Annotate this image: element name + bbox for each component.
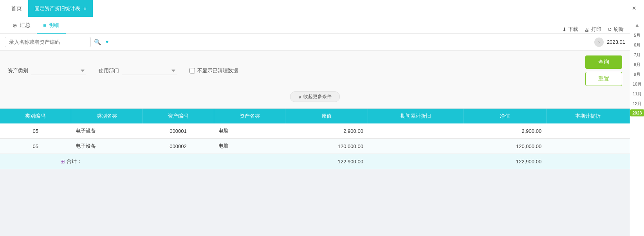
filter-panel: 资产类别 使用部门 不显示已清理数据 查询 重置 ∧ — [0, 51, 630, 109]
filter-icon: ▼ — [105, 39, 110, 45]
query-button[interactable]: 查询 — [585, 55, 622, 69]
total-label: 合计： — [67, 158, 82, 165]
collapse-bar: ∧ 收起更多条件 — [8, 89, 622, 104]
action-buttons: 查询 重置 — [585, 55, 622, 86]
total-icon: ⊞ — [60, 158, 65, 164]
total-net-value: 122,900.00 — [464, 154, 546, 169]
total-icon-cell: ⊞合计： — [0, 154, 143, 169]
nav-tab-fixed-assets[interactable]: 固定资产折旧统计表 × — [28, 0, 93, 17]
right-sidebar: ▲ 5月6月7月8月9月10月11月12月 2023 — [630, 17, 644, 236]
sidebar-month-item[interactable]: 11月 — [632, 89, 642, 99]
cell-category-name: 电子设备 — [71, 139, 142, 154]
date-label: 2023.01 — [607, 39, 625, 45]
asset-category-select[interactable] — [31, 66, 86, 75]
download-button[interactable]: ⬇ 下载 — [562, 26, 578, 33]
cell-asset-code: 000002 — [143, 139, 214, 154]
sidebar-year-badge: 2023 — [630, 109, 644, 116]
download-label: 下载 — [568, 26, 578, 33]
tab-summary-label: 汇总 — [20, 22, 31, 29]
col-net-value: 净值 — [464, 109, 546, 123]
data-table: 类别编码 类别名称 资产编码 资产名称 原值 期初累计折旧 净值 本期计提折 0… — [0, 109, 630, 169]
search-icon[interactable]: 🔍 — [94, 39, 101, 46]
col-category-name: 类别名称 — [71, 109, 142, 123]
cell-category-code: 05 — [0, 139, 71, 154]
summary-icon: ⊕ — [13, 22, 17, 29]
col-asset-code: 资产编码 — [143, 109, 214, 123]
cell-period-accumulated-depreciation — [368, 123, 464, 139]
nav-tab-close-icon[interactable]: × — [83, 5, 87, 12]
nav-bar: 首页 固定资产折旧统计表 × × — [0, 0, 644, 17]
sidebar-nav-up[interactable]: ▲ — [633, 20, 642, 30]
window-close-button[interactable]: × — [629, 4, 639, 13]
cell-net-value: 2,900.00 — [464, 123, 546, 139]
no-cleared-group: 不显示已清理数据 — [189, 67, 238, 74]
reset-button[interactable]: 重置 — [585, 72, 622, 86]
sidebar-month-item[interactable]: 12月 — [632, 99, 642, 109]
total-current-period-depreciation — [546, 154, 630, 169]
sidebar-month-item[interactable]: 10月 — [632, 79, 642, 89]
department-group: 使用部门 — [99, 66, 177, 75]
sidebar-month-item[interactable]: 6月 — [632, 40, 642, 50]
sidebar-months: 5月6月7月8月9月10月11月12月 — [632, 30, 642, 109]
no-cleared-checkbox[interactable] — [189, 68, 195, 73]
no-cleared-label: 不显示已清理数据 — [197, 67, 238, 74]
sidebar-month-item[interactable]: 8月 — [632, 60, 642, 70]
col-period-accumulated-depreciation: 期初累计折旧 — [368, 109, 464, 123]
cell-asset-code: 000001 — [143, 123, 214, 139]
refresh-label: 刷新 — [613, 26, 624, 33]
cell-category-name: 电子设备 — [71, 123, 142, 139]
print-button[interactable]: 🖨 打印 — [584, 26, 601, 33]
cell-current-period-depreciation — [546, 139, 630, 154]
sidebar-month-item[interactable]: 9月 — [632, 70, 642, 79]
sub-tab-row: ⊕ 汇总 ≡ 明细 ⬇ 下载 🖨 打印 ↺ 刷新 — [0, 17, 630, 34]
department-select[interactable] — [122, 66, 177, 75]
collapse-button[interactable]: ∧ 收起更多条件 — [290, 91, 340, 102]
asset-category-label: 资产类别 — [8, 67, 28, 74]
nav-tab-label: 固定资产折旧统计表 — [34, 5, 80, 12]
cell-category-code: 05 — [0, 123, 71, 139]
date-nav-arrow[interactable]: › — [594, 38, 604, 47]
tab-detail[interactable]: ≡ 明细 — [37, 18, 66, 34]
col-current-period-depreciation: 本期计提折 — [546, 109, 630, 123]
total-period-accumulated-depreciation — [368, 154, 464, 169]
print-label: 打印 — [591, 26, 601, 33]
col-asset-name: 资产名称 — [214, 109, 285, 123]
search-input[interactable] — [5, 37, 91, 47]
search-bar: 🔍 ▼ › 2023.01 — [0, 34, 630, 51]
detail-icon: ≡ — [43, 22, 46, 29]
table-row: 05 电子设备 000002 电脑 120,000.00 120,000.00 — [0, 139, 630, 154]
total-original-value: 122,900.00 — [285, 154, 368, 169]
department-label: 使用部门 — [99, 67, 119, 74]
table-container: 类别编码 类别名称 资产编码 资产名称 原值 期初累计折旧 净值 本期计提折 0… — [0, 109, 630, 236]
cell-current-period-depreciation — [546, 123, 630, 139]
more-filter-button[interactable]: ▼ — [105, 39, 111, 45]
col-original-value: 原值 — [285, 109, 368, 123]
nav-home[interactable]: 首页 — [5, 0, 28, 17]
asset-category-group: 资产类别 — [8, 66, 86, 75]
col-category-code: 类别编码 — [0, 109, 71, 123]
table-total-row: ⊞合计： 122,900.00 122,900.00 — [0, 154, 630, 169]
print-icon: 🖨 — [584, 27, 590, 32]
table-row: 05 电子设备 000001 电脑 2,900.00 2,900.00 — [0, 123, 630, 139]
filter-row-1: 资产类别 使用部门 不显示已清理数据 查询 重置 — [8, 55, 622, 86]
table-header-row: 类别编码 类别名称 资产编码 资产名称 原值 期初累计折旧 净值 本期计提折 — [0, 109, 630, 123]
refresh-button[interactable]: ↺ 刷新 — [608, 26, 624, 33]
cell-period-accumulated-depreciation — [368, 139, 464, 154]
cell-original-value: 2,900.00 — [285, 123, 368, 139]
cell-net-value: 120,000.00 — [464, 139, 546, 154]
download-icon: ⬇ — [562, 27, 566, 32]
cell-original-value: 120,000.00 — [285, 139, 368, 154]
collapse-label: 收起更多条件 — [303, 93, 332, 100]
refresh-icon: ↺ — [608, 27, 612, 32]
collapse-icon: ∧ — [298, 94, 302, 100]
tab-detail-label: 明细 — [49, 22, 60, 29]
cell-asset-name: 电脑 — [214, 123, 285, 139]
sidebar-month-item[interactable]: 5月 — [632, 30, 642, 40]
cell-asset-name: 电脑 — [214, 139, 285, 154]
sidebar-month-item[interactable]: 7月 — [632, 50, 642, 60]
tab-summary[interactable]: ⊕ 汇总 — [6, 18, 37, 34]
main-content: ⊕ 汇总 ≡ 明细 ⬇ 下载 🖨 打印 ↺ 刷新 🔍 ▼ — [0, 17, 630, 236]
